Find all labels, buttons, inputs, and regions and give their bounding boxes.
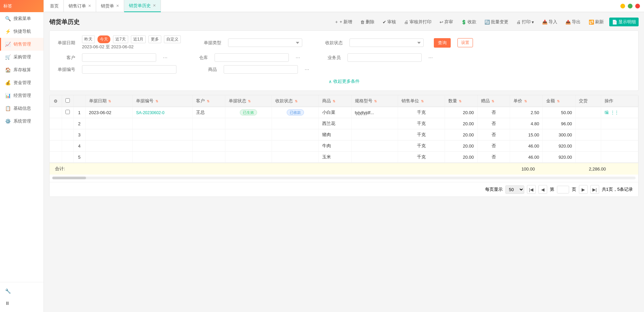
- settings-icon: 🔧: [5, 288, 11, 294]
- window-controls: [620, 4, 644, 8]
- th-qty[interactable]: 数量 ⇅: [445, 95, 477, 107]
- th-amount[interactable]: 金额 ⇅: [543, 95, 576, 107]
- tab-sales-history[interactable]: 销货单历史 ✕: [124, 0, 161, 12]
- select-all-checkbox[interactable]: [65, 98, 70, 103]
- date-btn-1month[interactable]: 近1月: [131, 35, 146, 43]
- tab-sales-order-label: 销售订单: [68, 3, 86, 9]
- th-unit-price[interactable]: 单价 ⇅: [510, 95, 543, 107]
- date-filter: 昨天 今天 近7天 近1月 更多 自定义 2023-06-02 至 2023-0…: [82, 35, 181, 50]
- abandon-button[interactable]: ↩ 弃审: [437, 18, 456, 26]
- customer-cell: 王总: [192, 107, 225, 118]
- goods-label: 商品: [197, 67, 217, 73]
- sidebar-collapse-btn[interactable]: ⏸: [0, 297, 44, 309]
- date-btn-more[interactable]: 更多: [148, 35, 161, 43]
- warehouse-input[interactable]: [215, 53, 289, 62]
- horizontal-scrollbar-track[interactable]: [52, 177, 636, 179]
- th-pay-status[interactable]: 收款状态 ⇅: [272, 95, 318, 107]
- sidebar-item-inventory[interactable]: 🏠 库存核算: [0, 63, 44, 76]
- review-print-button[interactable]: 🖨 审核并打印: [401, 18, 434, 26]
- more-link[interactable]: ⋮⋮: [611, 110, 619, 115]
- sidebar-item-quick-nav[interactable]: ⚡ 快捷导航: [0, 25, 44, 38]
- th-spec[interactable]: 规格型号 ⇅: [351, 95, 398, 107]
- doc-status-sort-icon: ⇅: [248, 99, 251, 103]
- tab-sales-order[interactable]: 销售订单 ✕: [64, 0, 96, 12]
- sidebar-item-basic-info[interactable]: 📋 基础信息: [0, 102, 44, 115]
- sidebar-item-sys-mgmt[interactable]: ⚙️ 系统管理: [0, 115, 44, 128]
- batch-change-icon: 🔄: [484, 20, 490, 25]
- th-sales-unit[interactable]: 销售单位 ⇅: [398, 95, 445, 107]
- th-gift[interactable]: 赠品 ⇅: [477, 95, 510, 107]
- th-settings[interactable]: ⚙: [50, 95, 62, 107]
- th-doc-date[interactable]: 单据日期 ⇅: [85, 95, 133, 107]
- win-min-btn[interactable]: [620, 4, 625, 8]
- qty-cell: 20.00: [445, 140, 477, 152]
- doc-type-select[interactable]: [228, 38, 302, 47]
- row-settings-cell: [50, 152, 62, 163]
- warehouse-dots[interactable]: ···: [296, 55, 300, 61]
- doc-no-link[interactable]: SA-20230602-0: [136, 110, 164, 115]
- customer-dots[interactable]: ···: [163, 55, 167, 61]
- goods-input[interactable]: [224, 65, 298, 74]
- print-button[interactable]: 🖨 打印 ▾: [514, 18, 537, 26]
- settings-button[interactable]: 设置: [457, 38, 473, 47]
- date-btn-7days[interactable]: 近7天: [113, 35, 128, 43]
- sidebar-item-label: 系统管理: [13, 118, 31, 124]
- row-checkbox[interactable]: [65, 110, 70, 114]
- spec-sort-icon: ⇅: [374, 99, 377, 103]
- customer-input[interactable]: [82, 53, 156, 62]
- collapse-button[interactable]: ∧ 收起更多条件: [327, 77, 361, 86]
- inventory-icon: 🏠: [5, 67, 11, 73]
- page-input[interactable]: 1: [557, 186, 569, 193]
- show-detail-button[interactable]: 📄 显示明细: [609, 18, 639, 26]
- new-icon: ＋: [334, 19, 339, 25]
- refresh-button[interactable]: 🔁 刷新: [586, 18, 607, 26]
- th-doc-no[interactable]: 单据编号 ⇅: [133, 95, 193, 107]
- th-customer[interactable]: 客户 ⇅: [192, 95, 225, 107]
- salesperson-input[interactable]: [347, 53, 422, 62]
- horizontal-scrollbar-thumb[interactable]: [52, 177, 86, 179]
- query-button[interactable]: 查询: [434, 38, 451, 48]
- doc-date-cell: [85, 118, 133, 129]
- date-btn-custom[interactable]: 自定义: [164, 35, 181, 43]
- sidebar-item-finance[interactable]: 💰 资金管理: [0, 76, 44, 89]
- sidebar-item-sales-mgmt[interactable]: 📈 销售管理: [0, 38, 44, 51]
- delete-button[interactable]: 🗑 删除: [358, 18, 377, 26]
- salesperson-dots[interactable]: ···: [428, 55, 433, 61]
- collect-button[interactable]: 💲 收款: [458, 18, 479, 26]
- doc-no-cell: [133, 129, 193, 140]
- tab-sales-goods[interactable]: 销货单 ✕: [96, 0, 124, 12]
- basic-info-icon: 📋: [5, 106, 11, 111]
- doc-no-input[interactable]: [82, 65, 176, 74]
- sidebar-item-search-menu[interactable]: 🔍 搜索菜单: [0, 12, 44, 25]
- date-btn-today[interactable]: 今天: [97, 35, 110, 43]
- doc-date-sort-icon: ⇅: [108, 99, 111, 103]
- new-button[interactable]: ＋ + 新增: [332, 18, 355, 26]
- th-checkbox[interactable]: [62, 95, 73, 107]
- export-button[interactable]: 📤 导出: [563, 18, 583, 26]
- sidebar-item-operations[interactable]: 📊 经营管理: [0, 89, 44, 102]
- sidebar-settings-btn[interactable]: 🔧: [0, 285, 44, 297]
- import-button[interactable]: 📥 导入: [539, 18, 560, 26]
- collapse-arrow-icon: ∧: [329, 79, 332, 84]
- next-page-btn[interactable]: ▶: [579, 185, 588, 194]
- goods-dots[interactable]: ···: [305, 67, 309, 73]
- review-button[interactable]: ✔ 审核: [380, 18, 399, 26]
- th-goods[interactable]: 商品 ⇅: [318, 95, 351, 107]
- tab-sales-order-close[interactable]: ✕: [88, 4, 91, 8]
- page-size-select[interactable]: 20 50 100: [505, 185, 524, 194]
- win-max-btn[interactable]: [628, 4, 633, 8]
- first-page-btn[interactable]: |◀: [527, 185, 536, 194]
- pay-status-select[interactable]: [349, 38, 424, 47]
- batch-change-button[interactable]: 🔄 批量变更: [482, 18, 511, 26]
- table-settings-icon[interactable]: ⚙: [54, 99, 58, 104]
- date-btn-yesterday[interactable]: 昨天: [82, 35, 95, 43]
- sidebar-item-purchase-mgmt[interactable]: 🛒 采购管理: [0, 51, 44, 63]
- prev-page-btn[interactable]: ◀: [538, 185, 547, 194]
- last-page-btn[interactable]: ▶|: [590, 185, 599, 194]
- win-close-btn[interactable]: [635, 4, 640, 8]
- tab-sales-history-close[interactable]: ✕: [153, 3, 156, 8]
- th-doc-status[interactable]: 单据状态 ⇅: [225, 95, 272, 107]
- tab-home[interactable]: 首页: [45, 0, 64, 12]
- tab-sales-goods-close[interactable]: ✕: [116, 4, 119, 8]
- edit-link[interactable]: 编: [605, 110, 609, 115]
